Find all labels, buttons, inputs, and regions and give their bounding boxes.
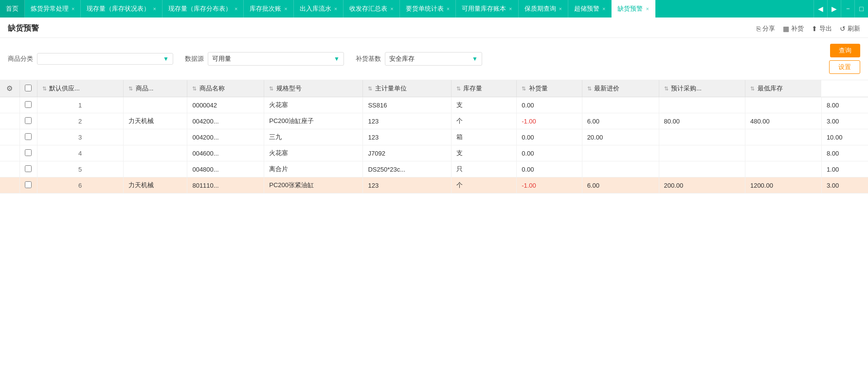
nav-item-shoufacun[interactable]: 收发存汇总表 × [344,0,399,18]
row-spec-0: SS816 [363,97,451,113]
th-restock: ⇅ 补货量 [517,80,582,97]
row-checkbox-2[interactable] [25,133,32,140]
share-btn[interactable]: ⎘ 分享 [757,24,775,33]
table-row: 3 004200... 三九 123 箱 0.00 20.00 10.00 [0,129,868,145]
product-name-sort-icon[interactable]: ⇅ [192,86,197,91]
spec-sort-icon[interactable]: ⇅ [269,86,273,91]
export-btn[interactable]: ⬆ 导出 [812,24,832,33]
nav-item-liushui-label: 出入库流水 [300,4,331,13]
nav-close-keyongliang[interactable]: × [509,6,512,12]
row-latest-price-3 [659,145,745,161]
row-stock-1: -1.00 [517,113,582,129]
datasource-select[interactable]: 可用量 ▼ [208,52,344,66]
select-all-checkbox[interactable] [25,85,32,91]
stock-sort-icon[interactable]: ⇅ [456,86,461,91]
table-row: 5 004800... 离合片 DS250*23c... 只 0.00 1.00 [0,161,868,177]
th-stock-label: 库存量 [463,85,482,92]
row-supplier-1: 力天机械 [123,113,187,129]
restock-base-select[interactable]: 安全库存 ▼ [385,52,482,66]
row-min-stock-4: 1.00 [821,161,868,177]
restock-sort-icon[interactable]: ⇅ [522,86,526,91]
table-header-row: ⚙ ⇅ 默认供应... ⇅ 商品... ⇅ 商品名称 [0,80,868,97]
latest-price-sort-icon[interactable]: ⇅ [587,86,592,91]
nav-item-chaochuyujing[interactable]: 超储预警 × [568,0,612,18]
nav-maximize-btn[interactable]: □ [854,0,868,18]
row-supplier-4 [123,161,187,177]
restock-icon: ▦ [783,25,789,33]
row-product-name-1: PC200油缸座子 [264,113,363,129]
nav-item-quehuo[interactable]: 缺货预警 × [612,0,655,18]
nav-close-xiancunliang2[interactable]: × [235,6,237,12]
row-spec-5: 123 [363,177,451,194]
nav-close-kucun[interactable]: × [284,6,287,12]
datasource-value: 可用量 [212,54,231,63]
row-supplier-3 [123,145,187,161]
row-checkbox-5[interactable] [25,181,32,188]
row-checkbox-3[interactable] [25,149,32,156]
refresh-btn[interactable]: ↺ 刷新 [840,24,860,33]
row-gear-cell [0,177,19,194]
row-checkbox-1[interactable] [25,117,32,124]
nav-item-kucun-label: 库存批次账 [250,4,281,13]
th-product-code: ⇅ 商品... [123,80,187,97]
nav-close-yaohuo[interactable]: × [447,6,450,12]
settings-btn[interactable]: 设置 [829,60,860,74]
nav-close-lianhuo[interactable]: × [72,6,74,12]
row-min-stock-3: 8.00 [821,145,868,161]
page-container: 缺货预警 ⎘ 分享 ▦ 补货 ⬆ 导出 ↺ 刷新 商品分类 [0,18,868,387]
restock-btn[interactable]: ▦ 补货 [783,24,804,33]
nav-item-home[interactable]: 首页 [0,0,25,18]
unit-sort-icon[interactable]: ⇅ [368,86,372,91]
row-spec-4: DS250*23c... [363,161,451,177]
row-unit-2: 箱 [451,129,516,145]
est-purchase-sort-icon[interactable]: ⇅ [664,86,669,91]
row-latest-price-1: 80.00 [659,113,745,129]
nav-close-quehuo[interactable]: × [646,6,649,12]
row-gear-cell [0,113,19,129]
min-stock-sort-icon[interactable]: ⇅ [750,86,755,91]
nav-item-liushui[interactable]: 出入库流水 × [294,0,344,18]
nav-item-kucun[interactable]: 库存批次账 × [244,0,293,18]
datasource-chevron-icon: ▼ [334,55,340,62]
nav-close-shoufacun[interactable]: × [390,6,393,12]
table-row: 1 0000042 火花塞 SS816 支 0.00 8.00 [0,97,868,113]
nav-minimize-btn[interactable]: － [841,0,854,18]
th-stock: ⇅ 库存量 [451,80,516,97]
row-product-code-3: 004600... [187,145,264,161]
row-cb-cell [19,113,37,129]
nav-item-keyongliang[interactable]: 可用量库存账本 × [456,0,518,18]
settings-gear-icon[interactable]: ⚙ [6,84,13,92]
product-code-sort-icon[interactable]: ⇅ [128,86,133,91]
supplier-sort-icon[interactable]: ⇅ [42,86,47,91]
table-body: 1 0000042 火花塞 SS816 支 0.00 8.00 2 力天机械 0… [0,97,868,194]
nav-item-xiancunliang1[interactable]: 现存量（库存状况表） × [81,0,162,18]
row-checkbox-4[interactable] [25,165,32,172]
row-unit-1: 个 [451,113,516,129]
th-gear: ⚙ [0,80,19,97]
table-row: 2 力天机械 004200... PC200油缸座子 123 个 -1.00 6… [0,113,868,129]
export-icon: ⬆ [812,25,817,33]
nav-item-baozhi[interactable]: 保质期查询 × [519,0,568,18]
header-actions: ⎘ 分享 ▦ 补货 ⬆ 导出 ↺ 刷新 [757,24,860,33]
category-select[interactable]: ▼ [37,53,173,65]
nav-prev-btn[interactable]: ◀ [814,0,827,18]
share-label: 分享 [762,24,775,33]
row-product-code-4: 004800... [187,161,264,177]
nav-close-baozhi[interactable]: × [559,6,562,12]
nav-item-xiancunliang2-label: 现存量（库存分布表） [168,4,232,13]
nav-item-lianhuo[interactable]: 炼货异常处理 × [25,0,81,18]
nav-item-yaohuo[interactable]: 要货单统计表 × [400,0,456,18]
nav-item-lianhuo-label: 炼货异常处理 [31,4,69,13]
row-stock-0: 0.00 [517,97,582,113]
nav-close-xiancunliang1[interactable]: × [153,6,156,12]
nav-close-chaochuyujing[interactable]: × [602,6,605,12]
nav-close-liushui[interactable]: × [334,6,337,12]
row-checkbox-0[interactable] [25,101,32,108]
nav-item-xiancunliang2[interactable]: 现存量（库存分布表） × [163,0,244,18]
row-est-purchase-0 [745,97,821,113]
row-restock-1: 6.00 [582,113,659,129]
row-num-2: 3 [37,129,123,145]
nav-next-btn[interactable]: ▶ [827,0,841,18]
row-min-stock-0: 8.00 [821,97,868,113]
query-btn[interactable]: 查询 [830,44,860,57]
